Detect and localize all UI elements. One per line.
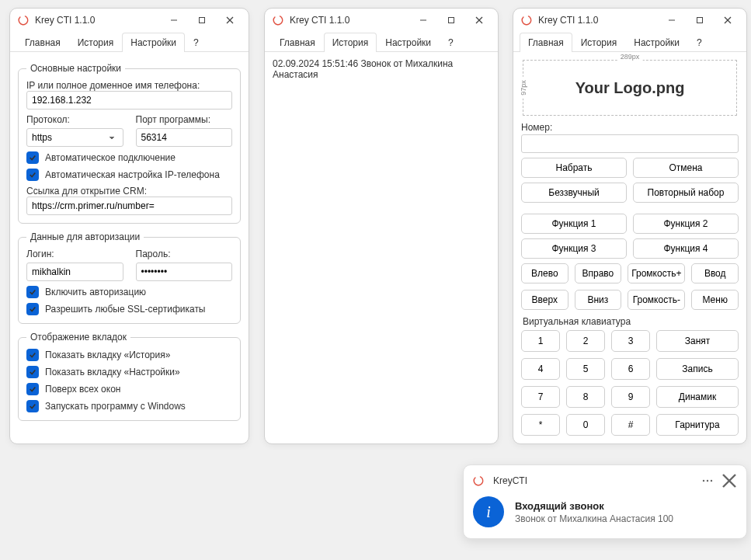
function-3-button[interactable]: Функция 3 (521, 238, 627, 259)
key-8[interactable]: 8 (566, 386, 605, 408)
key-4[interactable]: 4 (521, 358, 560, 380)
window-title: Krey CTI 1.1.0 (538, 15, 598, 26)
crm-link-label: Ссылка для открытие CRM: (26, 186, 232, 197)
topmost-checkbox[interactable]: Поверх всех окон (26, 383, 232, 395)
check-icon (26, 303, 39, 315)
right-button[interactable]: Вправо (575, 263, 622, 283)
check-icon (26, 169, 39, 181)
number-input[interactable] (521, 134, 739, 153)
tab-history[interactable]: История (69, 33, 123, 52)
tab-help[interactable]: ? (688, 33, 711, 52)
redial-button[interactable]: Повторный набор (633, 183, 739, 203)
key-9[interactable]: 9 (611, 386, 650, 408)
tab-history[interactable]: История (572, 33, 626, 52)
key-3[interactable]: 3 (611, 330, 650, 352)
titlebar: Krey CTI 1.1.0 (265, 9, 498, 32)
toast-header: KreyCTI (473, 473, 737, 489)
record-button[interactable]: Запись (656, 358, 739, 380)
tab-settings[interactable]: Настройки (122, 33, 185, 52)
menu-button[interactable]: Меню (691, 290, 739, 310)
check-icon (26, 400, 39, 412)
login-label: Логин: (26, 249, 123, 259)
maximize-button[interactable] (437, 11, 465, 30)
function-1-button[interactable]: Функция 1 (521, 214, 627, 234)
key-1[interactable]: 1 (521, 330, 560, 352)
tab-settings[interactable]: Настройки (377, 33, 440, 52)
toast-title: Входящий звонок (515, 500, 673, 512)
key-star[interactable]: * (521, 414, 560, 436)
tab-settings[interactable]: Настройки (625, 33, 688, 52)
tabs: Главная История Настройки ? (513, 32, 746, 52)
ip-input[interactable] (26, 91, 232, 110)
function-2-button[interactable]: Функция 2 (633, 214, 739, 234)
more-icon[interactable] (700, 473, 715, 489)
tab-help[interactable]: ? (185, 33, 207, 52)
allow-ssl-label: Разрешить любые SSL-сертификаты (45, 304, 206, 315)
enter-button[interactable]: Ввод (691, 263, 739, 283)
login-input[interactable] (26, 263, 123, 281)
show-settings-label: Показать вкладку «Настройки» (45, 367, 180, 377)
minimize-button[interactable] (409, 11, 437, 30)
ip-label: IP или полное доменное имя телефона: (26, 80, 200, 91)
tab-main[interactable]: Главная (520, 33, 572, 52)
crm-link-input[interactable] (26, 197, 232, 215)
tab-main[interactable]: Главная (271, 33, 324, 52)
show-history-checkbox[interactable]: Показать вкладку «История» (26, 349, 232, 361)
left-button[interactable]: Влево (521, 263, 568, 283)
tab-history[interactable]: История (324, 33, 377, 52)
group-tabs: Отображение вкладок Показать вкладку «Ис… (18, 332, 241, 421)
titlebar: Krey CTI 1.1.0 (513, 9, 746, 32)
topmost-label: Поверх всех окон (45, 384, 120, 395)
window-title: Krey CTI 1.1.0 (35, 15, 95, 26)
group-auth: Данные для авторизации Логин: Пароль: Вк… (18, 231, 241, 324)
vol-up-button[interactable]: Громкость+ (628, 263, 685, 283)
vol-down-button[interactable]: Громкость- (628, 290, 685, 310)
silent-button[interactable]: Беззвучный (521, 183, 627, 203)
key-hash[interactable]: # (611, 414, 650, 436)
tab-help[interactable]: ? (440, 33, 462, 52)
tab-main[interactable]: Главная (16, 33, 69, 52)
key-2[interactable]: 2 (566, 330, 605, 352)
logo-width-label: 289px (617, 53, 643, 61)
protocol-select[interactable]: https (26, 128, 123, 147)
maximize-button[interactable] (188, 11, 216, 30)
enable-auth-checkbox[interactable]: Включить авторизацию (26, 286, 232, 298)
logo-text: Your Logo.png (575, 79, 685, 97)
allow-ssl-checkbox[interactable]: Разрешить любые SSL-сертификаты (26, 303, 232, 315)
password-input[interactable] (136, 263, 233, 281)
close-button[interactable] (216, 11, 244, 30)
group-basic-title: Основные настройки (26, 63, 125, 74)
toast-app-name: KreyCTI (493, 475, 527, 486)
close-icon[interactable] (721, 473, 737, 489)
check-icon (26, 286, 39, 298)
key-7[interactable]: 7 (521, 386, 560, 408)
window-title: Krey CTI 1.1.0 (290, 15, 349, 26)
port-input[interactable] (136, 128, 233, 147)
down-button[interactable]: Вниз (575, 290, 622, 310)
key-0[interactable]: 0 (566, 414, 605, 436)
group-basic: Основные настройки IP или полное доменно… (18, 63, 241, 224)
cancel-button[interactable]: Отмена (633, 158, 739, 178)
auto-config-checkbox[interactable]: Автоматическая настройка IP-телефона (26, 169, 232, 181)
close-button[interactable] (714, 11, 742, 30)
function-4-button[interactable]: Функция 4 (633, 238, 739, 259)
auto-connect-checkbox[interactable]: Автоматическое подключение (26, 151, 232, 164)
autostart-label: Запускать программу с Windows (45, 401, 186, 412)
autostart-checkbox[interactable]: Запускать программу с Windows (26, 400, 232, 412)
dial-button[interactable]: Набрать (521, 158, 627, 178)
history-entry[interactable]: 02.09.2024 15:51:46 Звонок от Михалкина … (273, 58, 490, 80)
info-icon: i (473, 496, 504, 527)
busy-button[interactable]: Занят (656, 330, 739, 352)
minimize-button[interactable] (658, 11, 686, 30)
minimize-button[interactable] (160, 11, 188, 30)
up-button[interactable]: Вверх (521, 290, 568, 310)
logo-placeholder[interactable]: 289px 97px Your Logo.png (523, 60, 737, 116)
key-6[interactable]: 6 (611, 358, 650, 380)
speaker-button[interactable]: Динамик (656, 386, 739, 408)
check-icon (26, 151, 39, 164)
show-settings-checkbox[interactable]: Показать вкладку «Настройки» (26, 366, 232, 378)
notification-toast[interactable]: KreyCTI i Входящий звонок Звонок от Миха… (463, 464, 747, 539)
key-5[interactable]: 5 (566, 358, 605, 380)
maximize-button[interactable] (686, 11, 714, 30)
close-button[interactable] (465, 11, 493, 30)
